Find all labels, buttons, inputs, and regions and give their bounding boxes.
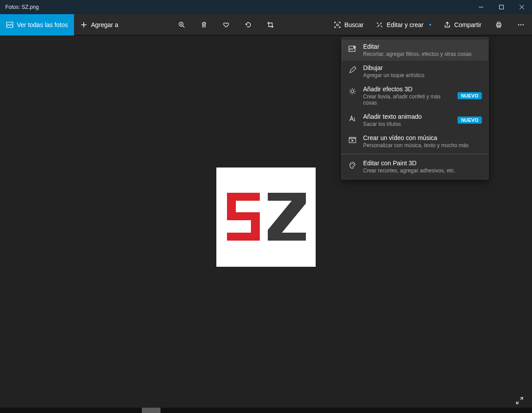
close-button[interactable] bbox=[512, 0, 532, 14]
menu-item-desc: Personalizar con música, texto y mucho m… bbox=[363, 142, 482, 148]
crop-button[interactable] bbox=[259, 14, 282, 35]
new-badge: NUEVO bbox=[458, 117, 482, 124]
chevron-down-icon: ▾ bbox=[429, 22, 431, 27]
favorite-button[interactable] bbox=[215, 14, 237, 35]
rotate-icon bbox=[245, 21, 252, 28]
tools-icon bbox=[376, 21, 383, 28]
svg-rect-6 bbox=[497, 26, 500, 27]
more-button[interactable] bbox=[510, 14, 532, 35]
visual-search-icon bbox=[334, 21, 341, 28]
svg-marker-13 bbox=[352, 140, 354, 142]
share-icon bbox=[444, 21, 451, 28]
menu-item-desc: Recortar, agregar filtros, efectos y otr… bbox=[363, 51, 482, 57]
print-button[interactable] bbox=[488, 14, 510, 35]
edit-create-button[interactable]: Editar y crear ▾ bbox=[370, 14, 437, 35]
menu-item-title: Añadir texto animado bbox=[363, 113, 451, 120]
svg-point-11 bbox=[351, 90, 354, 93]
menu-item-desc: Crear recortes, agregar adhesivos, etc. bbox=[363, 168, 482, 174]
trash-icon bbox=[200, 21, 207, 28]
new-badge: NUEVO bbox=[458, 92, 482, 99]
edit-create-label: Editar y crear bbox=[387, 21, 423, 28]
svg-point-8 bbox=[520, 24, 522, 25]
effects-3d-icon bbox=[348, 87, 357, 96]
image-viewer[interactable] bbox=[216, 168, 316, 267]
window-title: Fotos: SZ.png bbox=[5, 4, 39, 10]
plus-icon bbox=[80, 21, 87, 28]
menu-item-title: Dibujar bbox=[363, 64, 482, 71]
menu-item-video-music[interactable]: Crear un vídeo con música Personalizar c… bbox=[342, 131, 488, 152]
sz-logo bbox=[222, 188, 310, 246]
view-all-label: Ver todas las fotos bbox=[17, 21, 68, 28]
zoom-button[interactable] bbox=[171, 14, 193, 35]
svg-point-14 bbox=[351, 164, 352, 165]
add-to-button[interactable]: Agregar a bbox=[74, 14, 124, 35]
fullscreen-button[interactable] bbox=[512, 394, 527, 408]
more-icon bbox=[517, 21, 524, 28]
titlebar: Fotos: SZ.png bbox=[0, 0, 532, 14]
delete-button[interactable] bbox=[193, 14, 215, 35]
zoom-in-icon bbox=[178, 21, 185, 28]
print-icon bbox=[495, 21, 502, 28]
menu-item-title: Editar bbox=[363, 43, 482, 50]
collection-icon bbox=[6, 21, 13, 28]
menu-separator bbox=[342, 154, 488, 154]
search-label: Buscar bbox=[344, 21, 364, 28]
menu-item-draw[interactable]: Dibujar Agregar un toque artístico bbox=[342, 61, 488, 82]
menu-item-paint3d[interactable]: Editar con Paint 3D Crear recortes, agre… bbox=[342, 156, 488, 177]
svg-rect-0 bbox=[500, 5, 504, 9]
svg-point-7 bbox=[518, 24, 520, 25]
svg-point-15 bbox=[352, 163, 353, 164]
menu-item-title: Editar con Paint 3D bbox=[363, 160, 482, 167]
edit-create-menu: Editar Recortar, agregar filtros, efecto… bbox=[341, 37, 489, 179]
svg-point-9 bbox=[523, 24, 524, 25]
add-to-label: Agregar a bbox=[91, 21, 118, 28]
video-icon bbox=[348, 136, 357, 144]
svg-point-16 bbox=[353, 164, 354, 165]
search-button[interactable]: Buscar bbox=[328, 14, 370, 35]
fullscreen-icon bbox=[515, 396, 524, 405]
window-controls bbox=[471, 0, 532, 14]
share-label: Compartir bbox=[454, 21, 481, 28]
animated-text-icon bbox=[348, 114, 357, 123]
crop-icon bbox=[267, 21, 274, 28]
taskbar-highlight bbox=[142, 408, 160, 413]
edit-image-icon bbox=[348, 44, 357, 53]
menu-item-3d-effects[interactable]: Añadir efectos 3D Crear lluvia, añadir c… bbox=[342, 82, 488, 109]
menu-item-title: Crear un vídeo con música bbox=[363, 134, 482, 141]
taskbar-sliver bbox=[0, 408, 532, 413]
share-button[interactable]: Compartir bbox=[438, 14, 488, 35]
menu-item-desc: Agregar un toque artístico bbox=[363, 72, 482, 78]
minimize-button[interactable] bbox=[471, 0, 491, 14]
view-all-photos-button[interactable]: Ver todas las fotos bbox=[0, 14, 74, 35]
menu-item-title: Añadir efectos 3D bbox=[363, 86, 451, 93]
menu-item-desc: Crear lluvia, añadir confeti y más cosas bbox=[363, 94, 451, 106]
svg-rect-5 bbox=[497, 22, 500, 24]
paint3d-icon bbox=[348, 161, 357, 170]
toolbar: Ver todas las fotos Agregar a bbox=[0, 14, 532, 35]
menu-item-animated-text[interactable]: Añadir texto animado Sacar los títulos N… bbox=[342, 109, 488, 131]
svg-point-3 bbox=[336, 24, 338, 26]
menu-item-desc: Sacar los títulos bbox=[363, 121, 451, 127]
menu-item-edit[interactable]: Editar Recortar, agregar filtros, efecto… bbox=[342, 39, 488, 61]
rotate-button[interactable] bbox=[237, 14, 259, 35]
maximize-button[interactable] bbox=[491, 0, 512, 14]
pen-icon bbox=[348, 66, 357, 74]
heart-icon bbox=[223, 21, 230, 28]
